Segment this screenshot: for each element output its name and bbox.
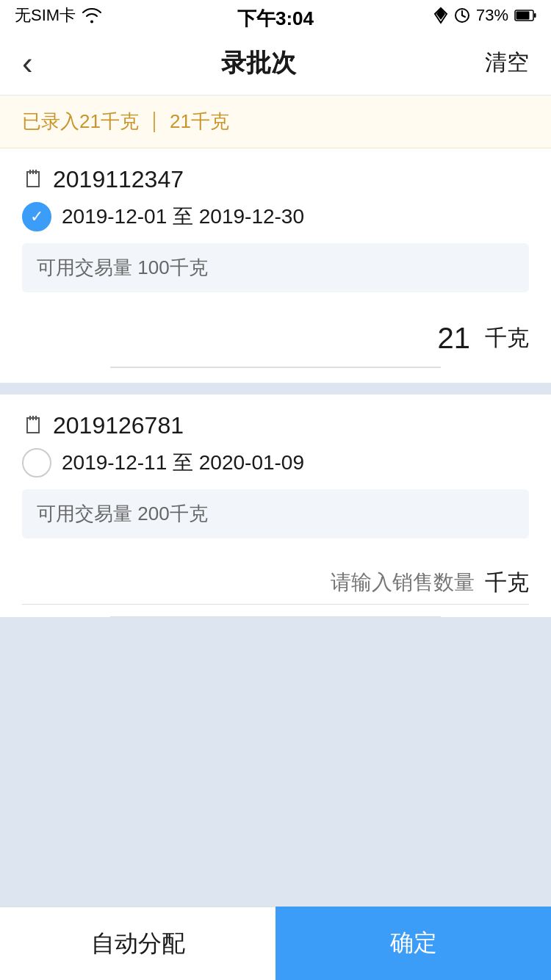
status-time: 下午3:04 bbox=[237, 6, 314, 32]
section-separator bbox=[0, 383, 551, 394]
status-right: 73% bbox=[433, 6, 536, 25]
location-icon bbox=[433, 7, 448, 24]
wifi-icon bbox=[82, 7, 102, 24]
card-divider-1 bbox=[110, 367, 441, 368]
batch-date-2: 2019-12-11 至 2020-01-09 bbox=[62, 449, 304, 477]
batch-amount-row-2: 千克 bbox=[0, 553, 551, 605]
batch-doc-icon-2: 🗒 bbox=[22, 412, 46, 439]
auto-distribute-label: 自动分配 bbox=[91, 928, 185, 960]
amount-input-2[interactable] bbox=[22, 571, 475, 594]
nav-bar: ‹ 录批次 清空 bbox=[0, 31, 551, 96]
batch-available-1: 可用交易量 100千克 bbox=[22, 243, 529, 292]
status-left: 无SIM卡 bbox=[15, 4, 102, 26]
svg-rect-4 bbox=[516, 12, 530, 20]
summary-value: 21千克 bbox=[170, 109, 229, 134]
batch-radio-2[interactable]: ✓ bbox=[22, 448, 51, 478]
batch-card-1: 🗒 2019112347 ✓ 2019-12-01 至 2019-12-30 可… bbox=[0, 148, 551, 383]
back-button[interactable]: ‹ bbox=[22, 45, 33, 82]
confirm-button[interactable]: 确定 bbox=[276, 907, 551, 980]
summary-label: 已录入21千克 bbox=[22, 109, 139, 134]
batch-available-2: 可用交易量 200千克 bbox=[22, 489, 529, 538]
batch-amount-row-1: 21 千克 bbox=[0, 307, 551, 355]
amount-value-1: 21 bbox=[438, 322, 471, 355]
battery-icon bbox=[514, 9, 536, 22]
batch-date-row-2[interactable]: ✓ 2019-12-11 至 2020-01-09 bbox=[22, 448, 529, 478]
amount-input-container-2: 千克 bbox=[22, 568, 529, 605]
bottom-buttons: 自动分配 确定 bbox=[0, 907, 551, 980]
svg-rect-5 bbox=[534, 13, 536, 18]
auto-distribute-button[interactable]: 自动分配 bbox=[0, 907, 276, 980]
no-sim-text: 无SIM卡 bbox=[15, 4, 76, 26]
svg-line-2 bbox=[462, 15, 465, 17]
card-divider-2 bbox=[110, 616, 441, 618]
batch-radio-1[interactable]: ✓ bbox=[22, 202, 51, 231]
batch-id-row-1: 🗒 2019112347 bbox=[22, 166, 529, 193]
bottom-area bbox=[0, 617, 551, 926]
batch-date-row-1[interactable]: ✓ 2019-12-01 至 2019-12-30 bbox=[22, 202, 529, 231]
amount-unit-2: 千克 bbox=[485, 568, 529, 598]
batch-id-row-2: 🗒 2019126781 bbox=[22, 412, 529, 439]
status-bar: 无SIM卡 下午3:04 73% bbox=[0, 0, 551, 31]
amount-unit-1: 千克 bbox=[485, 323, 529, 353]
summary-banner: 已录入21千克 21千克 bbox=[0, 96, 551, 148]
batch-card-2: 🗒 2019126781 ✓ 2019-12-11 至 2020-01-09 可… bbox=[0, 394, 551, 618]
summary-divider bbox=[154, 112, 155, 132]
batch-id-2: 2019126781 bbox=[53, 412, 184, 439]
page-title: 录批次 bbox=[221, 46, 296, 80]
batch-id-1: 2019112347 bbox=[53, 166, 184, 193]
check-icon-1: ✓ bbox=[30, 207, 43, 226]
batch-doc-icon-1: 🗒 bbox=[22, 166, 46, 193]
batch-date-1: 2019-12-01 至 2019-12-30 bbox=[62, 203, 304, 231]
confirm-label: 确定 bbox=[390, 927, 437, 959]
clear-button[interactable]: 清空 bbox=[485, 48, 529, 78]
clock-icon bbox=[454, 7, 470, 24]
battery-text: 73% bbox=[476, 6, 508, 25]
